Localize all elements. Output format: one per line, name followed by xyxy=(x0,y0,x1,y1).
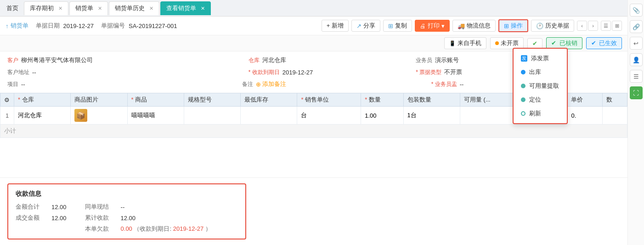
effective-label: 已生效 xyxy=(599,40,617,46)
share-icon: ↗ xyxy=(356,23,362,29)
sidebar-icon-4[interactable]: 👤 xyxy=(630,53,643,66)
history-button[interactable]: 🕐 历史单据 xyxy=(531,20,574,32)
check-icon-button[interactable]: ✔ xyxy=(527,38,542,49)
employee-label: 业务员 xyxy=(416,57,432,64)
employee-value: 演示账号 xyxy=(435,56,459,64)
tab-sales-label: 销货单 xyxy=(75,4,93,12)
date-label: 单据日期 xyxy=(36,22,60,30)
doc-type-label: 销货单 xyxy=(11,22,28,30)
total-amount-item: 金额合计 12.00 xyxy=(16,203,67,211)
tab-view-sales-label: 查看销货单 xyxy=(166,4,196,12)
row-spec xyxy=(184,107,240,125)
add-invoice-item[interactable]: 发 添发票 xyxy=(514,51,567,65)
list-view-button[interactable]: ☰ xyxy=(601,21,611,31)
prev-button[interactable]: ‹ xyxy=(577,21,587,31)
add-invoice-label: 添发票 xyxy=(531,54,549,63)
header-actions: + 新增 ↗ 分享 ⊞ 复制 🖨 打印 ▾ 🚚 物流信息 xyxy=(322,19,622,32)
same-order-value: -- xyxy=(121,204,125,211)
print-icon: 🖨 xyxy=(420,23,426,29)
share-button[interactable]: ↗ 分享 xyxy=(351,20,380,32)
tab-sales[interactable]: 销货单 ✕ xyxy=(69,1,108,15)
available-qty-icon xyxy=(521,84,525,88)
warehouse-value: 河北仓库 xyxy=(262,56,286,64)
product-image: 📦 xyxy=(74,109,87,122)
project-value: -- xyxy=(21,81,25,88)
logistics-button[interactable]: 🚚 物流信息 xyxy=(452,20,496,32)
th-qty: * 数量 xyxy=(361,93,403,107)
share-label: 分享 xyxy=(363,22,375,30)
logistics-label: 物流信息 xyxy=(467,22,491,30)
doc-date-info: 单据日期 2019-12-27 xyxy=(36,22,94,30)
from-mobile-button[interactable]: 📱 来自手机 xyxy=(444,37,486,49)
add-note-icon: ⊕ xyxy=(256,81,261,88)
tab-home-label: 首页 xyxy=(6,5,18,11)
refresh-icon xyxy=(521,111,525,116)
sidebar-icon-6[interactable]: ⛶ xyxy=(630,86,643,99)
doc-no-info: 单据编号 SA-20191227-001 xyxy=(101,22,177,30)
add-note-button[interactable]: ⊕ 添加备注 xyxy=(256,80,286,88)
refresh-item[interactable]: 刷新 xyxy=(514,107,567,120)
payment-title: 收款信息 xyxy=(16,190,238,198)
tab-sales-history-label: 销货单历史 xyxy=(115,4,145,12)
tab-inventory-close[interactable]: ✕ xyxy=(58,6,62,11)
operations-button[interactable]: ⊞ 操作 xyxy=(498,19,528,32)
tab-inventory-label: 库存期初 xyxy=(30,4,54,12)
same-order-label: 同单现结 xyxy=(85,203,117,211)
print-button[interactable]: 🖨 打印 ▾ xyxy=(415,20,450,32)
arrears-amount: 0.00 xyxy=(121,225,132,232)
row-product: 嘻嘻嘻嘻 xyxy=(127,107,184,125)
row-image: 📦 xyxy=(71,107,127,125)
payment-date-label: * 收款到期日 xyxy=(249,68,280,76)
note-label: 备注 xyxy=(242,80,253,88)
th-product-image: 商品图片 xyxy=(71,93,127,107)
th-available: 可用量 (... xyxy=(460,93,521,107)
row-price: 0. xyxy=(567,107,603,125)
th-settings[interactable]: ⚙ xyxy=(0,93,14,107)
tab-sales-history-close[interactable]: ✕ xyxy=(149,6,153,11)
locate-icon xyxy=(521,97,525,102)
th-warehouse: * 仓库 xyxy=(14,93,71,107)
ticket-type-value: 不开票 xyxy=(444,68,462,76)
history-label: 历史单据 xyxy=(545,22,569,30)
th-unit: * 销售单位 xyxy=(297,93,361,107)
sidebar-icon-2[interactable]: 🔗 xyxy=(630,20,643,33)
tab-view-sales-close[interactable]: ✕ xyxy=(201,6,205,11)
address-field: 客户地址 -- xyxy=(7,68,212,76)
grid-view-button[interactable]: ⊞ xyxy=(612,21,622,31)
ticket-type-label: * 票据类型 xyxy=(416,68,441,76)
copy-label: 复制 xyxy=(395,22,407,30)
not-open-label: 未开票 xyxy=(501,39,519,47)
note-field: 备注 ⊕ 添加备注 xyxy=(242,80,431,88)
row-subtotal xyxy=(603,107,627,125)
th-product: * 商品 xyxy=(127,93,184,107)
check-icon: ✔ xyxy=(532,40,537,47)
payment-rows: 金额合计 12.00 成交金额 12.00 同单现结 -- xyxy=(16,203,238,233)
effective-button[interactable]: ✔ 已生效 xyxy=(586,37,622,49)
th-min-stock: 最低库存 xyxy=(241,93,297,107)
mobile-icon: 📱 xyxy=(449,40,456,46)
new-button[interactable]: + 新增 xyxy=(322,20,349,32)
tab-inventory[interactable]: 库存期初 ✕ xyxy=(24,1,68,15)
tab-view-sales[interactable]: 查看销货单 ✕ xyxy=(160,1,211,15)
out-warehouse-item[interactable]: 出库 xyxy=(514,65,567,79)
tab-sales-close[interactable]: ✕ xyxy=(98,6,102,11)
next-button[interactable]: › xyxy=(588,21,598,31)
payment-date-value: 2019-12-27 xyxy=(282,69,313,76)
sidebar-icon-1[interactable]: 📎 xyxy=(630,4,643,17)
th-spec: 规格型号 xyxy=(184,93,240,107)
locate-item[interactable]: 定位 xyxy=(514,93,567,107)
available-qty-item[interactable]: 可用量提取 xyxy=(514,79,567,93)
warehouse-field: 仓库 河北仓库 xyxy=(212,56,416,64)
tab-sales-history[interactable]: 销货单历史 ✕ xyxy=(109,1,159,15)
copy-button[interactable]: ⊞ 复制 xyxy=(383,20,412,32)
doc-type-indicator: ↑ 销货单 xyxy=(6,22,28,30)
locate-label: 定位 xyxy=(529,96,541,104)
tab-home[interactable]: 首页 xyxy=(2,4,23,12)
sidebar-icon-3[interactable]: ↩ xyxy=(630,37,643,50)
bottom-section: 收款信息 金额合计 12.00 成交金额 12.00 xyxy=(0,177,627,245)
cancelled-label: 已核销 xyxy=(559,40,577,46)
row-available xyxy=(460,107,521,125)
sidebar-icon-5[interactable]: ☰ xyxy=(630,70,643,83)
doc-type-icon: ↑ xyxy=(6,23,9,29)
operations-label: 操作 xyxy=(511,22,523,30)
